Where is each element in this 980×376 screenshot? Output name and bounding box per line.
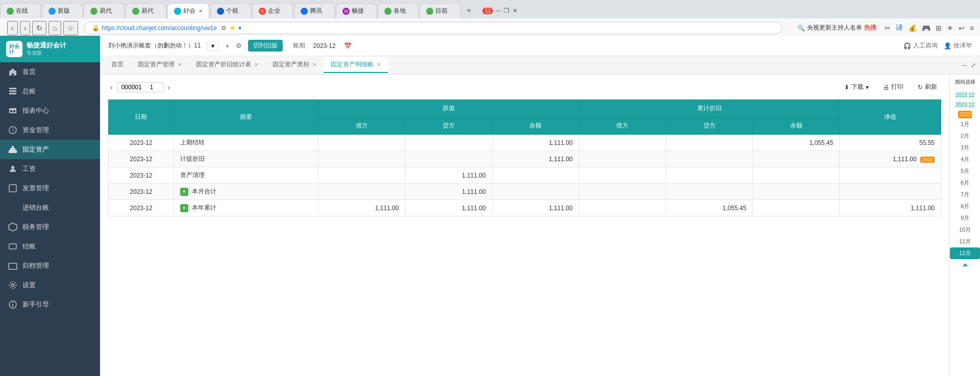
translate-icon[interactable]: 译: [896, 23, 903, 33]
browser-tab-gedi[interactable]: 各地: [378, 3, 419, 18]
cell-orig-credit: [405, 151, 492, 167]
browser-tab-qiye[interactable]: C 企业: [252, 3, 293, 18]
wallet-icon[interactable]: 💰: [908, 24, 917, 32]
period-month-7[interactable]: 7月: [950, 189, 980, 200]
prev-page-button[interactable]: ‹: [108, 82, 115, 92]
add-account-button[interactable]: +: [225, 42, 229, 50]
page-tab-close-asset-category[interactable]: ✕: [312, 62, 316, 67]
user-avatar[interactable]: 👤 徐泽华: [944, 41, 972, 50]
period-month-11[interactable]: 11月: [950, 236, 980, 247]
browser-tab-muqian[interactable]: 目前: [420, 3, 460, 18]
period-month-2[interactable]: 2月: [950, 130, 980, 142]
period-month-4[interactable]: 4月: [950, 154, 980, 165]
browser-tab-changjie[interactable]: M 畅捷: [336, 3, 377, 18]
fund-icon: [8, 126, 17, 135]
cell-summary: 上期结转: [174, 135, 318, 151]
page-tab-close-depreciation-stat[interactable]: ✕: [254, 62, 258, 67]
period-month-3[interactable]: 3月: [950, 142, 980, 154]
url-bar[interactable]: 🔒 https://cloud.chanjet.com/accounting/u…: [84, 22, 782, 34]
download-button[interactable]: ⬇ 下载 ▾: [840, 81, 873, 93]
sidebar-item-salary[interactable]: 工资: [0, 159, 100, 179]
period-selected-date-1[interactable]: 2023.12: [954, 91, 975, 99]
scroll-up-icon[interactable]: [961, 261, 969, 269]
brightness-icon[interactable]: ☀: [947, 24, 953, 32]
period-year-badge[interactable]: 2023: [958, 111, 971, 118]
forward-button[interactable]: ›: [20, 21, 31, 35]
sidebar-item-close[interactable]: 结账: [0, 237, 100, 256]
browser-tab-yidai1[interactable]: 易代: [84, 3, 125, 18]
browser-tab-haohui[interactable]: 好会 ✕: [167, 3, 209, 18]
next-page-button[interactable]: ›: [166, 82, 173, 92]
page-tab-asset-ledger[interactable]: 固定资产明细账 ✕: [324, 57, 388, 73]
sidebar-item-invoice[interactable]: 发票管理: [0, 179, 100, 198]
grid-icon[interactable]: ⊞: [936, 24, 942, 32]
sidebar-item-guide[interactable]: 新手引导: [0, 295, 100, 314]
window-minimize[interactable]: ─: [496, 7, 501, 14]
sidebar-item-home[interactable]: 首页: [0, 62, 100, 82]
sidebar-item-ledger[interactable]: 总账: [0, 82, 100, 101]
scissors-icon[interactable]: ✂: [885, 24, 891, 32]
new-tab-button[interactable]: +: [461, 3, 476, 18]
refresh-button[interactable]: ↻ 刷新: [914, 81, 941, 93]
cell-orig-debit: [318, 151, 405, 167]
page-tab-depreciation-stat[interactable]: 固定资产折旧统计表 ✕: [189, 57, 265, 73]
page-tab-asset-mgmt[interactable]: 固定资产管理 ✕: [131, 57, 189, 73]
minimize-panel-icon[interactable]: ─: [962, 62, 967, 69]
page-tab-home[interactable]: 首页: [104, 57, 131, 73]
browser-tab-tengxun[interactable]: 腾讯: [294, 3, 335, 18]
ledger-toolbar: ‹ 000001 › ⬇ 下载 ▾: [108, 81, 941, 93]
sidebar-item-report[interactable]: 报表中心: [0, 101, 100, 120]
app-logo: 好会计: [6, 41, 22, 57]
period-month-9[interactable]: 9月: [950, 212, 980, 224]
window-restore[interactable]: ❐: [504, 7, 509, 14]
menu-icon[interactable]: ≡: [970, 24, 974, 32]
bookmark-button[interactable]: ☆: [63, 21, 78, 35]
sidebar-item-archive[interactable]: 归档管理: [0, 256, 100, 275]
main-content: 刘小艳演示账套（勿删勿动！）11 ▾ + ⚙ 切到旧版 账期 2023-12 📅…: [100, 36, 980, 376]
period-month-10[interactable]: 10月: [950, 224, 980, 236]
account-dropdown[interactable]: ▾: [207, 41, 219, 51]
period-month-12[interactable]: 12月: [950, 247, 980, 259]
close-account-icon: [8, 242, 17, 251]
maximize-panel-icon[interactable]: ⤢: [971, 62, 976, 69]
reload-button[interactable]: ↻: [32, 21, 46, 35]
tab-close-icon[interactable]: ✕: [199, 8, 203, 14]
print-button[interactable]: 🖨 打印: [879, 81, 908, 93]
sidebar-item-trade[interactable]: 进销台账: [0, 198, 100, 217]
page-tab-close-asset-mgmt[interactable]: ✕: [178, 62, 182, 67]
browser-tab-geshui[interactable]: 个税: [210, 3, 251, 18]
sidebar-item-tax[interactable]: 税务管理: [0, 217, 100, 237]
cell-accum-credit: [666, 151, 753, 167]
cell-orig-credit: 1,111.00: [405, 184, 492, 200]
period-month-1[interactable]: 1月: [950, 118, 980, 130]
settings-icon-small[interactable]: ⚙: [236, 42, 242, 49]
home-button[interactable]: ⌂: [48, 21, 61, 35]
undo-icon[interactable]: ↩: [959, 24, 965, 32]
period-month-5[interactable]: 5月: [950, 165, 980, 177]
svg-rect-5: [10, 148, 15, 150]
period-month-8[interactable]: 8月: [950, 200, 980, 212]
game-icon[interactable]: 🎮: [922, 24, 930, 32]
back-button[interactable]: ‹: [7, 21, 18, 35]
human-service-button[interactable]: 🎧 人工咨询: [903, 41, 938, 50]
period-month-6[interactable]: 6月: [950, 177, 980, 189]
cell-net-value: 1,111.00 2023: [840, 151, 941, 167]
download-icon: ⬇: [844, 84, 849, 91]
calendar-icon[interactable]: 📅: [344, 42, 352, 49]
browser-tab-yidai2[interactable]: 易代: [126, 3, 166, 18]
page-tab-asset-category[interactable]: 固定资产类别 ✕: [265, 57, 324, 73]
sidebar-item-asset[interactable]: 固定资产: [0, 140, 100, 159]
sidebar-item-settings[interactable]: 设置: [0, 275, 100, 295]
window-close[interactable]: ✕: [512, 7, 518, 14]
cell-orig-balance: [492, 184, 579, 200]
dropdown-icon[interactable]: ▾: [238, 24, 241, 32]
page-index-input[interactable]: [144, 84, 159, 91]
switch-version-button[interactable]: 切到旧版: [248, 40, 283, 52]
browser-tab-online[interactable]: 在线: [0, 3, 41, 18]
cell-net-value: 1,111.00: [840, 200, 941, 216]
sidebar-item-fund[interactable]: 资金管理: [0, 120, 100, 140]
browser-tab-new1[interactable]: 新版: [42, 3, 83, 18]
period-selected-date-2[interactable]: 2023.12: [954, 101, 975, 109]
sidebar-menu: 首页 总账 报表中心 资金管理 固定资产 工资: [0, 62, 100, 376]
page-tab-close-asset-ledger[interactable]: ✕: [377, 62, 381, 67]
